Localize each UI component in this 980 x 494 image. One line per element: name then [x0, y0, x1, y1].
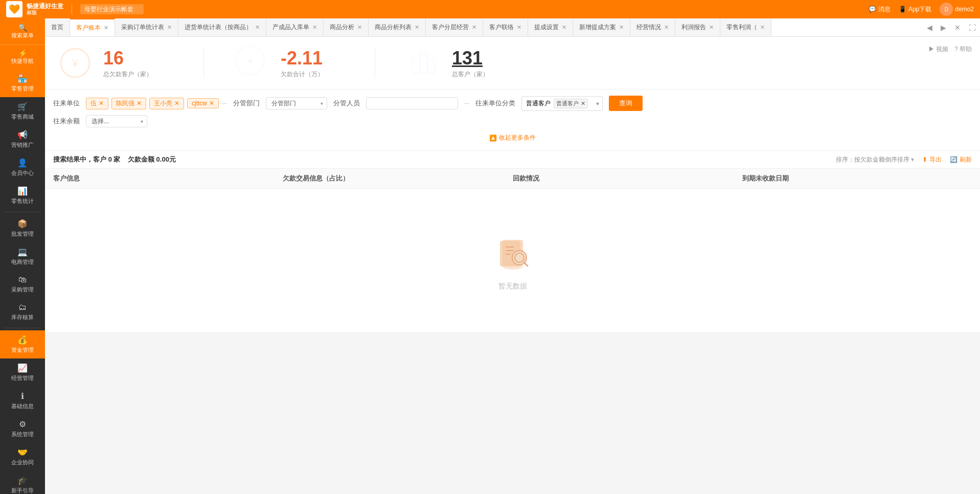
tab-close-6[interactable]: ✕: [415, 24, 419, 31]
stat3-value: 131: [452, 48, 483, 69]
tab-close-9[interactable]: ✕: [562, 24, 566, 31]
table-header: 客户信息 欠款交易信息（占比） 回款情况 到期未收款日期: [45, 169, 980, 189]
tab-6[interactable]: 商品分析列表✕: [369, 18, 426, 37]
svg-rect-4: [413, 58, 420, 73]
tab-close-12[interactable]: ✕: [709, 24, 714, 31]
sidebar-search[interactable]: 🔍 搜索菜单: [0, 18, 45, 44]
brand-text: 畅捷通好生意 标版: [27, 3, 63, 16]
unit-tag-cj-close[interactable]: ✕: [209, 100, 214, 107]
sidebar-item-经营管理[interactable]: 📈经营管理: [0, 358, 45, 387]
person-filter-more[interactable]: ···: [464, 100, 469, 107]
content-area: 首页客户账本✕采购订单统计表✕进货单统计表（按商品）✕产成品入库单✕商品分析✕商…: [45, 18, 980, 494]
tab-0[interactable]: 首页: [45, 18, 70, 37]
unit-tag-wang-close[interactable]: ✕: [174, 100, 179, 107]
tab-5[interactable]: 商品分析✕: [324, 18, 369, 37]
tab-close-10[interactable]: ✕: [619, 24, 624, 31]
sidebar-item-企业协同[interactable]: 🤝企业协同: [0, 443, 45, 471]
top-bar-right: 💬 消息 📱 App下载 D demo2: [869, 3, 974, 16]
tab-4[interactable]: 产成品入库单✕: [266, 18, 324, 37]
tab-2[interactable]: 采购订单统计表✕: [115, 18, 178, 37]
stat3-label: 总客户（家）: [452, 70, 489, 79]
sidebar-item-库存核算[interactable]: 🗂库存核算: [0, 298, 45, 326]
dept-select[interactable]: 分管部门: [266, 97, 327, 109]
sidebar-item-资金管理[interactable]: 💰资金管理: [0, 330, 45, 358]
stat3-block: 131 总客户（家）: [452, 48, 519, 79]
tab-close-1[interactable]: ✕: [104, 25, 108, 31]
stat-block-2: ✦ -2.11 欠款合计（万）: [235, 45, 354, 81]
sidebar-item-零售统计[interactable]: 📊零售统计: [0, 182, 45, 210]
sidebar-item-零售商城[interactable]: 🛒零售商城: [0, 97, 45, 125]
filter-area: 往来单位 伍 ✕ 陈民强 ✕ 王小亮: [45, 89, 980, 151]
person-filter-input[interactable]: [366, 97, 458, 109]
export-btn[interactable]: ⬆ 导出: [922, 155, 942, 164]
query-button[interactable]: 查询: [609, 96, 643, 111]
tab-9[interactable]: 提成设置✕: [528, 18, 573, 37]
tab-10[interactable]: 新增提成方案✕: [573, 18, 630, 37]
video-link[interactable]: ▶ 视频: [928, 45, 948, 54]
tab-13[interactable]: 零售利润（✕: [720, 18, 771, 37]
tab-close-11[interactable]: ✕: [664, 24, 669, 31]
tab-fullscreen-btn[interactable]: ⛶: [965, 24, 980, 32]
svg-rect-6: [428, 60, 435, 73]
sidebar-item-会员中心[interactable]: 👤会员中心: [0, 153, 45, 182]
sidebar-item-批发管理[interactable]: 📦批发管理: [0, 214, 45, 242]
tab-close-3[interactable]: ✕: [255, 24, 260, 31]
unit-class-tag-close[interactable]: ✕: [581, 100, 585, 107]
result-actions: 排序：按欠款金额倒序排序 ▾ ⬆ 导出 🔄 刷新: [836, 155, 972, 164]
collapse-btn[interactable]: 🔼 收起更多条件: [489, 131, 536, 144]
tab-close-7[interactable]: ✕: [472, 24, 476, 31]
stats-help: ▶ 视频 ? 帮助: [928, 45, 972, 54]
tab-close-13[interactable]: ✕: [760, 24, 765, 31]
svg-text:¥: ¥: [72, 57, 79, 70]
sidebar-item-营销推广[interactable]: 📢营销推广: [0, 125, 45, 153]
table-col-4: 到期未收款日期: [742, 174, 972, 183]
remainder-select[interactable]: 选择...: [86, 115, 147, 127]
sidebar-item-零售管理[interactable]: 🏪零售管理: [0, 69, 45, 97]
messages-btn[interactable]: 💬 消息: [869, 5, 891, 14]
sidebar-item-新手引导[interactable]: 🎓新手引导: [0, 471, 45, 494]
tab-7[interactable]: 客户分层经营✕: [426, 18, 483, 37]
stat3-icon: [406, 45, 442, 81]
remainder-label: 往来余额: [53, 117, 80, 126]
filter-row-1: 往来单位 伍 ✕ 陈民强 ✕ 王小亮: [53, 96, 972, 111]
unit-tag-chen-close[interactable]: ✕: [136, 100, 142, 107]
tab-next-btn[interactable]: ▶: [937, 24, 950, 32]
tab-close-8[interactable]: ✕: [517, 24, 521, 31]
logo-icon: 🧡: [6, 1, 22, 17]
company-selector[interactable]: 母婴行业演示帐套: [80, 4, 144, 14]
unit-tag-more[interactable]: ···: [222, 100, 227, 107]
stat2-block: -2.11 欠款合计（万）: [281, 48, 354, 79]
sidebar-item-基础信息[interactable]: ℹ基础信息: [0, 387, 45, 415]
tab-12[interactable]: 利润报告✕: [675, 18, 720, 37]
dept-select-wrap: 分管部门: [266, 97, 327, 109]
user-avatar-btn[interactable]: D demo2: [940, 3, 974, 16]
sidebar-item-采购管理[interactable]: 🛍采购管理: [0, 271, 45, 298]
stat1-icon: ¥: [57, 45, 93, 81]
unit-class-wrap: 普通客户 普通客户 ✕ ▾: [521, 96, 603, 111]
empty-text: 暂无数据: [498, 282, 527, 291]
refresh-btn[interactable]: 🔄 刷新: [950, 155, 972, 164]
tab-11[interactable]: 经营情况✕: [630, 18, 675, 37]
tab-close-4[interactable]: ✕: [312, 24, 317, 31]
stat2-icon: ✦: [235, 45, 270, 81]
sidebar-items: 🏪零售管理🛒零售商城📢营销推广👤会员中心📊零售统计📦批发管理💻电商管理🛍采购管理…: [0, 69, 45, 494]
sidebar-item-系统管理[interactable]: ⚙系统管理: [0, 415, 45, 443]
help-link[interactable]: ? 帮助: [954, 45, 972, 54]
sidebar-item-电商管理[interactable]: 💻电商管理: [0, 242, 45, 271]
top-bar-left: 🧡 畅捷通好生意 标版 母婴行业演示帐套: [6, 1, 144, 17]
app-download-btn[interactable]: 📱 App下载: [899, 5, 931, 14]
unit-tag-wu-close[interactable]: ✕: [99, 100, 104, 107]
stat1-block: 16 总欠款客户（家）: [103, 48, 183, 79]
sidebar-quick-nav[interactable]: ⚡ 快捷导航: [0, 44, 45, 69]
tab-close-2[interactable]: ✕: [167, 24, 172, 31]
tab-1[interactable]: 客户账本✕: [70, 18, 115, 37]
table-col-1: 客户信息: [53, 174, 283, 183]
tab-bar: 首页客户账本✕采购订单统计表✕进货单统计表（按商品）✕产成品入库单✕商品分析✕商…: [45, 18, 980, 37]
tab-close-5[interactable]: ✕: [357, 24, 362, 31]
tab-3[interactable]: 进货单统计表（按商品）✕: [178, 18, 266, 37]
tab-close-all-btn[interactable]: ✕: [950, 24, 965, 32]
stat1-label: 总欠款客户（家）: [103, 70, 152, 79]
tab-prev-btn[interactable]: ◀: [923, 24, 937, 32]
tab-8[interactable]: 客户联络✕: [483, 18, 528, 37]
main-layout: 🔍 搜索菜单 ⚡ 快捷导航 🏪零售管理🛒零售商城📢营销推广👤会员中心📊零售统计📦…: [0, 18, 980, 494]
